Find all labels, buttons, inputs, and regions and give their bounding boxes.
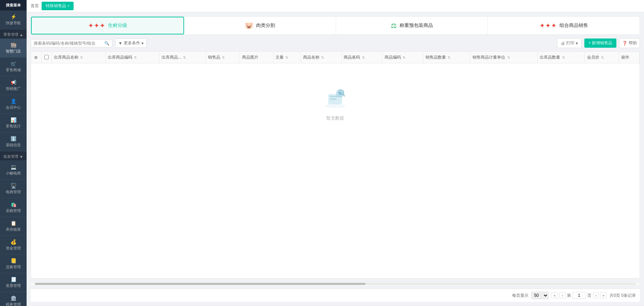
sidebar-item-label: 零售商城 — [6, 67, 21, 73]
weight-pack-icon: ⚖ — [391, 21, 397, 30]
add-sales-btn[interactable]: + 新增销售品 — [584, 39, 616, 48]
svg-rect-3 — [330, 98, 337, 100]
sidebar-item-label: 快捷导航 — [6, 20, 21, 26]
page-input[interactable] — [572, 292, 586, 299]
marketing-icon: 📢 — [11, 80, 16, 85]
search-icon: 🔍 — [104, 41, 109, 46]
col-out-product-x[interactable]: 出库商品... ⇅ — [159, 52, 206, 63]
sidebar-item-finance-mgmt[interactable]: 💰 资金管理 — [0, 236, 27, 255]
sort-icon: ⇅ — [448, 56, 450, 59]
horizontal-scrollbar[interactable] — [35, 283, 636, 285]
col-product-code[interactable]: 商品编码 ⇅ — [383, 52, 423, 63]
filter-icon: ▼ — [118, 41, 122, 46]
wholesale-label: 批发管理 — [3, 154, 18, 159]
sidebar-section-wholesale[interactable]: 批发管理 ▼ — [0, 151, 27, 161]
sort-icon: ⇅ — [183, 56, 186, 59]
retail-expand-icon: ▲ — [19, 33, 23, 37]
last-page-btn[interactable]: » — [600, 292, 607, 299]
close-tab-icon[interactable]: × — [68, 4, 70, 8]
add-label: + 新增销售品 — [588, 40, 612, 46]
sidebar-item-label: 零售统计 — [6, 124, 21, 129]
tab-label: 组合商品销售 — [559, 22, 588, 29]
sidebar-item-tax-mgmt[interactable]: 🏛️ 税务管理 — [0, 292, 27, 306]
search-input[interactable] — [34, 41, 103, 46]
col-weight[interactable]: 主量 ⇅ — [273, 52, 301, 63]
sidebar-item-marketing[interactable]: 📢 营销推广 — [0, 76, 27, 95]
col-out-qty[interactable]: 出库品数量 ⇅ — [538, 52, 585, 63]
category-tabs: ✦✦✦ 生鲜分级 🐷 肉类分割 ⚖ 称重预包装商品 ✦✦✦ 组合商品销售 — [31, 16, 640, 35]
col-sales-qty[interactable]: 销售品数量 ⇅ — [423, 52, 470, 63]
sidebar-item-label: 会员中心 — [6, 105, 21, 110]
sidebar-item-ecom-mgmt[interactable]: 🖥️ 电商管理 — [0, 180, 27, 198]
search-box[interactable]: 🔍 — [31, 39, 113, 47]
sidebar-item-label: 库存核算 — [6, 227, 21, 232]
filter-label: 更多条件 — [124, 40, 140, 46]
retail-stats-icon: 📊 — [11, 117, 16, 123]
page-nav: « ‹ 第 页 › » — [551, 292, 607, 299]
page-suffix: 页 — [587, 293, 591, 299]
sidebar-item-basic-info[interactable]: ℹ️ 基础信息 — [0, 133, 27, 151]
sidebar-item-retail-stats[interactable]: 📊 零售统计 — [0, 114, 27, 133]
toolbar-right: 🖨 打印 ▾ + 新增销售品 ❓ 帮助 — [557, 38, 640, 48]
tab-meat-cut[interactable]: 🐷 肉类分割 — [184, 17, 336, 34]
sidebar-item-label: 采购管理 — [6, 208, 21, 213]
col-settings[interactable]: ⚙ — [31, 52, 41, 63]
basic-info-icon: ℹ️ — [11, 136, 16, 141]
sidebar-item-stock-check[interactable]: 📋 库存核算 — [0, 217, 27, 236]
sidebar-item-label: 发票管理 — [6, 283, 21, 288]
active-tab[interactable]: 特殊销售品 × — [42, 2, 74, 10]
next-page-btn[interactable]: › — [593, 292, 599, 299]
meat-cut-icon: 🐷 — [245, 21, 253, 30]
print-btn[interactable]: 🖨 打印 ▾ — [557, 38, 582, 48]
col-checkbox[interactable] — [41, 52, 51, 63]
sidebar-item-purchase-mgmt[interactable]: 🛍️ 采购管理 — [0, 198, 27, 217]
sidebar-item-quick-nav[interactable]: ⚡ 快捷导航 — [0, 11, 27, 29]
content-area: ✦✦✦ 生鲜分级 🐷 肉类分割 ⚖ 称重预包装商品 ✦✦✦ 组合商品销售 🔍 — [27, 12, 644, 306]
empty-row: 暂无数据 — [31, 63, 640, 142]
col-sales-product[interactable]: 销售品 ⇅ — [206, 52, 240, 63]
first-page-btn[interactable]: « — [551, 292, 558, 299]
sort-icon: ⇅ — [562, 56, 565, 59]
sidebar-item-general-ledger[interactable]: 📒 总账管理 — [0, 255, 27, 273]
sidebar-item-label: 营销推广 — [6, 86, 21, 91]
sidebar-item-label: 基础信息 — [6, 142, 21, 148]
print-chevron-icon: ▾ — [576, 41, 578, 46]
col-sales-unit[interactable]: 销售商品计量单位 ⇅ — [470, 52, 538, 63]
home-breadcrumb[interactable]: 首页 — [31, 3, 39, 9]
col-out-product-code[interactable]: 出库商品编码 ⇅ — [105, 52, 159, 63]
horizontal-scrollbar-area — [31, 282, 640, 285]
sidebar-item-member[interactable]: 👤 会员中心 — [0, 95, 27, 114]
table-body: 暂无数据 — [31, 63, 640, 142]
col-product-image[interactable]: 商品图片 — [240, 52, 273, 63]
tab-fresh-grade[interactable]: ✦✦✦ 生鲜分级 — [31, 17, 184, 34]
sort-icon: ⇅ — [403, 56, 405, 59]
sidebar-item-label: 总账管理 — [6, 264, 21, 270]
sidebar-item-smart-store[interactable]: 🏬 智慧门店 — [0, 39, 27, 58]
col-out-product-name[interactable]: 出库商品名称 ⇅ — [51, 52, 105, 63]
filter-btn[interactable]: ▼ 更多条件 ▾ — [115, 39, 147, 48]
sidebar-logo: 搜索菜单 — [0, 0, 27, 11]
sidebar-item-mini-ecom[interactable]: 💻 小畅电商 — [0, 161, 27, 180]
tab-combo-sales[interactable]: ✦✦✦ 组合商品销售 — [488, 17, 640, 34]
select-all-checkbox[interactable] — [44, 55, 49, 59]
col-product-barcode[interactable]: 商品条码 ⇅ — [342, 52, 383, 63]
per-page-select[interactable]: 102050100 — [531, 292, 549, 299]
sidebar-item-retail-mall[interactable]: 🛒 零售商城 — [0, 58, 27, 76]
sidebar: 搜索菜单 ⚡ 快捷导航 零售管理 ▲ 🏬 智慧门店 🛒 零售商城 📢 营销推广 … — [0, 0, 27, 306]
sort-icon: ⇅ — [285, 56, 288, 59]
svg-point-0 — [325, 104, 345, 108]
help-btn[interactable]: ❓ 帮助 — [619, 38, 640, 48]
prev-page-btn[interactable]: ‹ — [559, 292, 566, 299]
sidebar-item-invoice-mgmt[interactable]: 🧾 发票管理 — [0, 273, 27, 292]
sidebar-section-retail[interactable]: 零售管理 ▲ — [0, 29, 27, 39]
topbar: 首页 特殊销售品 × — [27, 0, 644, 12]
table-header-row: ⚙ 出库商品名称 ⇅ 出库商品编码 ⇅ 出库商品 — [31, 52, 640, 63]
sort-icon: ⇅ — [222, 56, 225, 59]
invoice-mgmt-icon: 🧾 — [11, 277, 16, 282]
col-product-name[interactable]: 商品名称 ⇅ — [301, 52, 342, 63]
tab-weight-pack[interactable]: ⚖ 称重预包装商品 — [336, 17, 488, 34]
print-label: 打印 — [566, 40, 574, 46]
col-member-price[interactable]: 会员价 ⇅ — [585, 52, 619, 63]
stock-check-icon: 📋 — [11, 220, 16, 226]
quick-nav-icon: ⚡ — [11, 14, 16, 19]
